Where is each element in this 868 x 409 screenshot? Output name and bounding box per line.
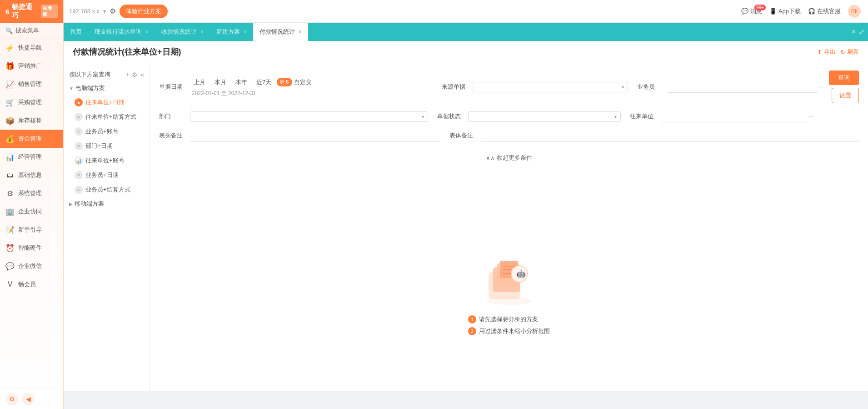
date-custom-label[interactable]: 自定义 (294, 78, 312, 86)
tab-payment-stats-close[interactable]: × (299, 29, 302, 35)
scheme-collapse-icon[interactable]: « (140, 71, 144, 78)
date-btn-this-year[interactable]: 本年 (232, 77, 251, 88)
sidebar-item-system[interactable]: ⚙ 系统管理 (0, 184, 63, 202)
sidebar-item-marketing[interactable]: 🎁 营销推广 (0, 57, 63, 75)
doc-status-select[interactable]: ▾ (468, 111, 621, 122)
page-header: 付款情况统计(往来单位+日期) ⬆ 导出 ↻ 刷新 (64, 41, 868, 63)
date-btn-last-month[interactable]: 上月 (190, 77, 209, 88)
date-more-btn[interactable]: 更多 (277, 78, 292, 86)
scheme-desktop-group[interactable]: ▼ 电脑端方案 (64, 81, 150, 95)
scheme-header-actions: + ⚙ « (125, 71, 144, 78)
filter-date: 单据日期 上月 本月 本年 近7天 更多 自定义 2022- (159, 77, 433, 97)
staff-more-icon[interactable]: ··· (819, 84, 823, 90)
dept-arrow: ▾ (422, 114, 424, 119)
export-btn[interactable]: ⬆ 导出 (817, 48, 836, 56)
scheme-settings-icon[interactable]: ⚙ (132, 71, 138, 78)
scheme-item-unit-account[interactable]: 📊 往来单位+账号 (64, 153, 150, 168)
sidebar-item-label: 资金管理 (18, 135, 42, 143)
scheme-icon-unit-settle: ≡ (75, 113, 83, 121)
capital-icon: 💰 (5, 134, 15, 143)
filter-settings-btn[interactable]: 设置 (832, 88, 859, 103)
tab-new-scheme-close[interactable]: × (244, 29, 247, 35)
sidebar-item-enterprise[interactable]: 🏢 企业协同 (0, 202, 63, 221)
tab-fullscreen-icon[interactable]: ⤢ (858, 28, 864, 36)
sidebar-item-vip[interactable]: V 畅会员 (0, 275, 63, 293)
collapse-up-icon: ∧∧ (486, 155, 495, 162)
source-select[interactable]: ▾ (473, 82, 628, 92)
staff-input[interactable] (668, 81, 817, 93)
filter-dept: 部门 ▾ (159, 111, 428, 122)
table-header-note-input[interactable] (190, 130, 440, 141)
table-body-note-input[interactable] (480, 130, 859, 141)
inventory-icon: 📦 (5, 116, 15, 125)
source-control: ▾ (473, 82, 628, 92)
date-btn-this-month[interactable]: 本月 (211, 77, 230, 88)
scheme-add-icon[interactable]: + (125, 71, 129, 78)
scheme-item-unit-settle[interactable]: ≡ 往来单位+结算方式 (64, 110, 150, 124)
partner-more-icon[interactable]: ··· (809, 113, 813, 120)
tab-bank-close[interactable]: × (145, 29, 149, 35)
tab-receipts-close[interactable]: × (200, 29, 204, 35)
basic-icon: 🗂 (5, 171, 15, 180)
sidebar-item-sales[interactable]: 📈 销售管理 (0, 75, 63, 93)
dropdown-icon[interactable]: ▾ (103, 8, 106, 15)
filter-actions: 查询 设置 (829, 71, 859, 103)
scheme-item-unit-date[interactable]: ● 往来单位+日期 (64, 95, 150, 110)
sidebar-item-label: 智能硬件 (18, 244, 42, 252)
query-btn[interactable]: 查询 (829, 71, 859, 85)
messages-item[interactable]: 💬 消息 99+ (741, 7, 762, 15)
source-label: 来源单据 (442, 83, 473, 91)
tab-bank[interactable]: 现金银行流水查询 × (88, 23, 155, 41)
sidebar-item-guide[interactable]: 📝 新手引导 (0, 221, 63, 239)
collapse-more-bar[interactable]: ∧∧ 收起更多条件 (159, 149, 859, 167)
sidebar-item-inventory[interactable]: 📦 库存核算 (0, 111, 63, 130)
dept-label: 部门 (159, 112, 190, 121)
search-menu[interactable]: 🔍 搜索菜单 (0, 23, 63, 39)
sidebar-item-operations[interactable]: 📊 经营管理 (0, 148, 63, 166)
tab-new-scheme[interactable]: 新建方案 × (210, 23, 253, 41)
scheme-icon-unit-date: ● (75, 98, 83, 106)
search-icon: 🔍 (5, 27, 13, 34)
dept-select[interactable]: ▾ (190, 111, 428, 122)
sidebar-item-hardware[interactable]: ⏰ 智能硬件 (0, 239, 63, 257)
partner-input[interactable] (661, 111, 807, 122)
scheme-item-dept-date[interactable]: ≡ 部门+日期 (64, 139, 150, 153)
tab-close-all-icon[interactable]: × (852, 28, 856, 36)
logo-sub: 标准版 (41, 5, 58, 18)
tab-receipts[interactable]: 收款情况统计 × (155, 23, 210, 41)
user-avatar[interactable]: Rit (848, 5, 861, 18)
table-body-note-label: 表体备注 (449, 131, 480, 140)
date-btn-7days[interactable]: 近7天 (253, 77, 275, 88)
sidebar-item-quick-nav[interactable]: ⚡ 快捷导航 (0, 39, 63, 57)
scheme-panel: 按以下方案查询 + ⚙ « ▼ 电脑端方案 ● 往来单位+日期 ≡ 往来单位+结… (64, 63, 150, 391)
tab-home[interactable]: 首页 (64, 23, 88, 41)
app-download-item[interactable]: 📱 App下载 (769, 7, 801, 15)
refresh-btn[interactable]: ↻ 刷新 (840, 48, 859, 56)
sidebar-item-capital[interactable]: 💰 资金管理 (0, 130, 63, 148)
scheme-icon-dept-date: ≡ (75, 142, 83, 150)
date-range-value: 2022-01-01 至 2022-12-31 (192, 90, 256, 96)
scheme-mobile-group[interactable]: ▶ 移动端方案 (64, 197, 150, 211)
scheme-item-staff-date[interactable]: ≡ 业务员+日期 (64, 168, 150, 182)
sidebar-settings-icon[interactable]: ⚙ (5, 393, 18, 405)
header-settings-icon[interactable]: ⚙ (110, 7, 116, 15)
hardware-icon: ⏰ (5, 243, 15, 252)
sidebar-item-wechat[interactable]: 💬 企业微信 (0, 257, 63, 275)
tab-payment-stats[interactable]: 付款情况统计 × (253, 23, 308, 41)
sidebar-item-label: 畅会员 (18, 280, 36, 288)
scheme-label-dept-date: 部门+日期 (85, 142, 113, 150)
scheme-item-staff-account[interactable]: ≡ 业务员+账号 (64, 124, 150, 139)
partner-control: ··· (661, 111, 813, 122)
sidebar-item-purchase[interactable]: 🛒 采购管理 (0, 93, 63, 111)
header-right: 💬 消息 99+ 📱 App下载 🎧 在线客服 Rit (734, 5, 868, 18)
trial-btn[interactable]: 体验行业方案 (120, 5, 168, 18)
app-icon: 📱 (769, 8, 777, 15)
sidebar-collapse-icon[interactable]: ◀ (22, 393, 35, 405)
filter-row-3: 表头备注 表体备注 (159, 130, 859, 141)
scheme-item-staff-settle[interactable]: ≡ 业务员+结算方式 (64, 182, 150, 197)
empty-hints: 1 请先选择要分析的方案 2 用过滤条件来缩小分析范围 (468, 315, 550, 335)
table-header-note-control (190, 130, 440, 141)
svg-text:🤖: 🤖 (517, 269, 526, 278)
sidebar-item-basic[interactable]: 🗂 基础信息 (0, 166, 63, 184)
service-item[interactable]: 🎧 在线客服 (808, 7, 841, 15)
